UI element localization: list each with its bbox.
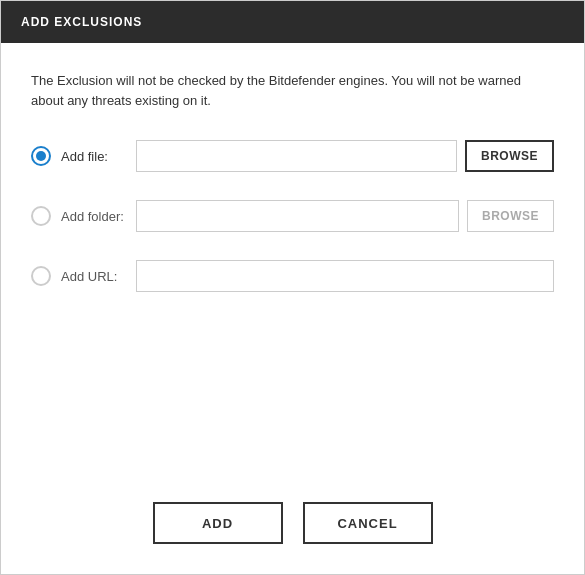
add-folder-row: Add folder: BROWSE (31, 200, 554, 232)
add-folder-radio-wrapper[interactable] (31, 206, 51, 226)
add-folder-input[interactable] (136, 200, 459, 232)
add-folder-browse-button[interactable]: BROWSE (467, 200, 554, 232)
add-file-row: Add file: BROWSE (31, 140, 554, 172)
add-url-row: Add URL: (31, 260, 554, 292)
add-folder-radio[interactable] (31, 206, 51, 226)
cancel-button[interactable]: CANCEL (303, 502, 433, 544)
add-url-label: Add URL: (61, 269, 136, 284)
dialog-header: ADD EXCLUSIONS (1, 1, 584, 43)
add-folder-label: Add folder: (61, 209, 136, 224)
add-exclusions-dialog: ADD EXCLUSIONS The Exclusion will not be… (0, 0, 585, 575)
add-file-input[interactable] (136, 140, 457, 172)
add-url-input[interactable] (136, 260, 554, 292)
add-file-browse-button[interactable]: BROWSE (465, 140, 554, 172)
add-url-radio-wrapper[interactable] (31, 266, 51, 286)
add-file-label: Add file: (61, 149, 136, 164)
description-text: The Exclusion will not be checked by the… (31, 71, 554, 110)
dialog-footer: ADD CANCEL (1, 482, 584, 574)
add-button[interactable]: ADD (153, 502, 283, 544)
dialog-body: The Exclusion will not be checked by the… (1, 43, 584, 482)
dialog-title: ADD EXCLUSIONS (21, 15, 142, 29)
add-url-radio[interactable] (31, 266, 51, 286)
add-file-radio[interactable] (31, 146, 51, 166)
add-file-radio-wrapper[interactable] (31, 146, 51, 166)
